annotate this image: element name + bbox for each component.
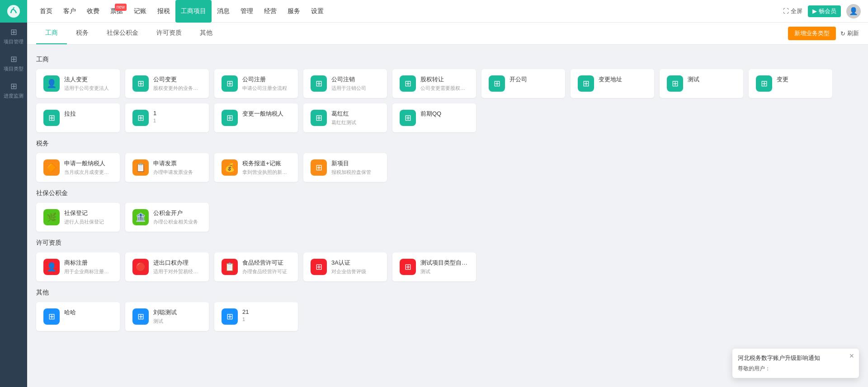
biz-name: 变更: [777, 75, 825, 84]
nav-settings[interactable]: 设置: [306, 0, 329, 23]
biz-icon-xk0: 👤: [43, 259, 60, 275]
nav-manage[interactable]: 管理: [235, 0, 259, 23]
biz-icon-7: ⊞: [667, 75, 683, 92]
biz-card-shebao-dengji[interactable]: 🌿 社保登记 进行人员社保登记: [36, 203, 120, 232]
fullscreen-icon: ⛶: [783, 8, 789, 14]
biz-card-lala[interactable]: ⊞ 拉拉: [36, 103, 120, 132]
nav-accounting[interactable]: 记账: [128, 0, 152, 23]
biz-card-ceshi[interactable]: ⊞ 测试: [660, 69, 743, 98]
fullscreen-btn[interactable]: ⛶ 全屏: [783, 7, 802, 15]
biz-icon-ot2: ⊞: [222, 308, 238, 325]
biz-card-shuiwu-baodao[interactable]: 💰 税务报道+记账 拿到营业执照的新公司: [214, 153, 298, 182]
biz-icon-sb1: 🏦: [132, 209, 149, 225]
invoice-badge: new: [115, 4, 127, 11]
notification-close-button[interactable]: ✕: [849, 352, 854, 359]
biz-name: 公司注册: [242, 75, 291, 84]
biz-name: 测试: [688, 75, 736, 84]
subtab-xuke[interactable]: 许可资质: [147, 23, 191, 44]
sidebar-item-project-manage[interactable]: ⊞ 项目管理: [0, 23, 27, 50]
biz-card-liucong-ceshi[interactable]: ⊞ 刘聪测试 测试: [125, 302, 209, 331]
main-wrapper: 首页 客户 收费 票据 new 记账 报税 工商项目 消息 管理 经营 服务 设…: [27, 0, 868, 387]
sidebar-item-label: 项目类型: [4, 65, 24, 72]
biz-icon-ot1: ⊞: [132, 308, 149, 325]
biz-icon-1: ⊞: [132, 75, 149, 92]
nav-home[interactable]: 首页: [34, 0, 58, 23]
subtabs: 工商 税务 社保公积金 许可资质 其他 新增业务类型 ↻ 刷新: [27, 23, 868, 45]
biz-desc: 拿到营业执照的新公司: [242, 169, 291, 176]
biz-card-biangeng-dizhi[interactable]: ⊞ 变更地址: [571, 69, 654, 98]
nav-invoice[interactable]: 票据 new: [105, 0, 128, 23]
topnav-right: ⛶ 全屏 ▶ 畅会员 👤: [783, 4, 861, 19]
biz-desc: 公司变更需要股权转让: [420, 85, 469, 92]
subtab-gongshang[interactable]: 工商: [36, 23, 67, 44]
biz-name: 前期QQ: [420, 110, 469, 118]
biz-icon-ot0: ⊞: [43, 308, 60, 325]
biz-card-3a-renzheng[interactable]: ⊞ 3A认证 对企业信誉评级: [303, 252, 387, 281]
biz-icon-3: ⊞: [311, 75, 327, 92]
biz-card-shangbiao-zhuce[interactable]: 👤 商标注册 用于企业商标注册服务: [36, 252, 120, 281]
biz-name: 变更地址: [599, 75, 647, 84]
biz-desc: 适用于注销公司: [331, 85, 380, 92]
biz-card-fa-ren-biangeng[interactable]: 👤 法人变更 适用于公司变更法人: [36, 69, 120, 98]
biz-card-biangeng2[interactable]: ⊞ 变更: [749, 69, 832, 98]
avatar-icon: 👤: [849, 7, 858, 15]
biz-icon-11: ⊞: [222, 110, 238, 126]
sidebar-item-project-type[interactable]: ⊞ 项目类型: [0, 50, 27, 77]
biz-desc: 测试: [420, 268, 469, 275]
biz-icon-4: ⊞: [400, 75, 416, 92]
biz-card-ge-hong-hong[interactable]: ⊞ 葛红红 葛红红测试: [303, 103, 387, 132]
biz-desc: 申请公司注册全流程: [242, 85, 291, 92]
biz-card-kai-gongsi[interactable]: ⊞ 开公司: [481, 69, 565, 98]
biz-card-gongsi-zhuxiao[interactable]: ⊞ 公司注销 适用于注销公司: [303, 69, 387, 98]
subtab-shebao[interactable]: 社保公积金: [98, 23, 147, 44]
biz-card-shenqing-fapiao[interactable]: 📋 申请发票 办理申请发票业务: [125, 153, 209, 182]
notification-content: 尊敬的用户：: [738, 365, 854, 373]
biz-desc: 对企业信誉评级: [331, 268, 380, 275]
biz-name: 进出口权办理: [153, 259, 202, 267]
nav-message[interactable]: 消息: [212, 0, 235, 23]
nav-billing[interactable]: 收费: [81, 0, 105, 23]
biz-card-shipin-xuke[interactable]: 📋 食品经营许可证 办理食品经营许可证: [214, 252, 298, 281]
biz-name: 食品经营许可证: [242, 259, 291, 267]
logo[interactable]: [0, 0, 27, 23]
refresh-button[interactable]: ↻ 刷新: [840, 29, 859, 37]
avatar[interactable]: 👤: [846, 4, 861, 19]
notification-popup: ✕ 河北税务数字账户升级影响通知 尊敬的用户：: [732, 349, 859, 378]
biz-card-guquan-zhuanrang[interactable]: ⊞ 股权转让 公司变更需要股权转让: [392, 69, 476, 98]
subtab-other[interactable]: 其他: [191, 23, 222, 44]
biz-name: 哈哈: [64, 308, 113, 317]
svg-point-0: [7, 5, 20, 18]
biz-card-biangeng-납세[interactable]: ⊞ 变更一般纳税人: [214, 103, 298, 132]
biz-desc: 测试: [153, 318, 202, 325]
sidebar-item-label: 项目管理: [4, 38, 24, 45]
biz-card-haha[interactable]: ⊞ 哈哈: [36, 302, 120, 331]
biz-card-ceshi-zidingyi[interactable]: ⊞ 测试项目类型自定义 测试: [392, 252, 476, 281]
nav-service[interactable]: 服务: [282, 0, 306, 23]
sidebar-item-progress-monitor[interactable]: ⊞ 进度监测: [0, 77, 27, 104]
biz-icon-12: ⊞: [311, 110, 327, 126]
refresh-icon: ↻: [840, 30, 845, 37]
nav-tax[interactable]: 报税: [152, 0, 175, 23]
biz-desc: 用于企业商标注册服务: [64, 268, 113, 275]
progress-monitor-icon: ⊞: [10, 81, 17, 91]
biz-card-21[interactable]: ⊞ 21 1: [214, 302, 298, 331]
notification-title: 河北税务数字账户升级影响通知: [738, 354, 854, 362]
biz-card-gongsi-zhuce[interactable]: ⊞ 公司注册 申请公司注册全流程: [214, 69, 298, 98]
biz-card-shenqing-납세-ren[interactable]: 🔶 申请一般纳税人 当月或次月成变更完成: [36, 153, 120, 182]
vip-btn[interactable]: ▶ 畅会员: [808, 5, 841, 17]
subtab-shuiwu[interactable]: 税务: [67, 23, 98, 44]
nav-operation[interactable]: 经营: [259, 0, 282, 23]
biz-name: 税务报道+记账: [242, 159, 291, 168]
biz-card-qianqi-qq[interactable]: ⊞ 前期QQ: [392, 103, 476, 132]
biz-card-gongsi-biangeng[interactable]: ⊞ 公司变更 股权变更外的业务变更: [125, 69, 209, 98]
biz-desc: 报税加税控盘保管: [331, 169, 380, 176]
vip-icon: ▶: [812, 8, 817, 14]
biz-card-jinchukou-quan[interactable]: 🔴 进出口权办理 适用于对外贸易经营者: [125, 252, 209, 281]
section-title-gongshang: 工商: [36, 56, 859, 64]
nav-customer[interactable]: 客户: [58, 0, 81, 23]
biz-card-xin-xiangmu[interactable]: ⊞ 新项目 报税加税控盘保管: [303, 153, 387, 182]
nav-biz-project[interactable]: 工商项目: [175, 0, 212, 23]
biz-card-num1[interactable]: ⊞ 1 1: [125, 103, 209, 132]
biz-card-gongjijin-kaihu[interactable]: 🏦 公积金开户 办理公积金相关业务: [125, 203, 209, 232]
add-biz-type-button[interactable]: 新增业务类型: [788, 27, 836, 40]
